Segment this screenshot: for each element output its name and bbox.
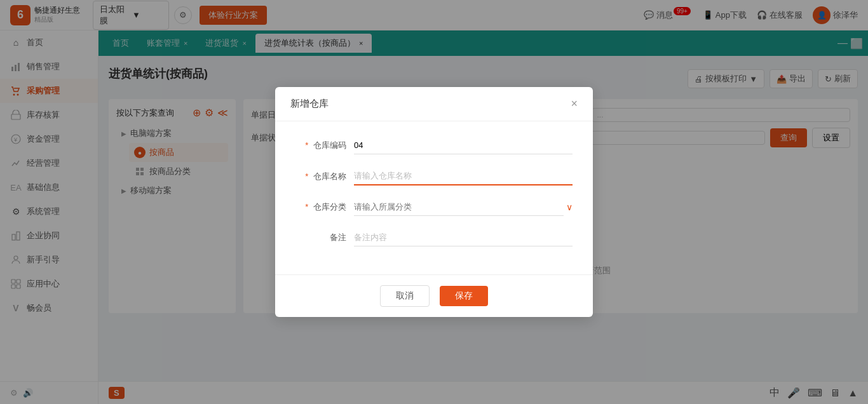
category-input[interactable] [354, 198, 564, 216]
note-input[interactable] [354, 229, 573, 246]
category-label-text: 仓库分类 [313, 202, 346, 212]
form-row-code: * 仓库编码 [295, 137, 573, 154]
modal-title: 新增仓库 [290, 98, 329, 110]
name-input[interactable] [354, 167, 573, 185]
name-label-text: 仓库名称 [313, 172, 346, 181]
form-row-category: * 仓库分类 ∨ [295, 198, 573, 216]
category-label: * 仓库分类 [295, 201, 346, 213]
modal-footer: 取消 保存 [275, 274, 593, 317]
required-star-cat: * [305, 202, 308, 212]
add-warehouse-modal: 新增仓库 × * 仓库编码 * 仓库名称 * [275, 87, 593, 317]
code-input[interactable] [354, 137, 573, 154]
category-dropdown-icon[interactable]: ∨ [566, 202, 573, 212]
required-star: * [305, 140, 308, 150]
note-label-text: 备注 [330, 232, 346, 242]
modal-body: * 仓库编码 * 仓库名称 * 仓库分类 ∨ [275, 121, 593, 274]
code-label: * 仓库编码 [295, 140, 346, 151]
required-star-name: * [305, 172, 308, 181]
save-button[interactable]: 保存 [440, 286, 488, 306]
form-row-note: 备注 [295, 229, 573, 246]
cancel-button[interactable]: 取消 [380, 285, 430, 307]
modal-close-icon[interactable]: × [571, 97, 578, 111]
modal-overlay[interactable]: 新增仓库 × * 仓库编码 * 仓库名称 * [0, 0, 868, 404]
name-label: * 仓库名称 [295, 171, 346, 182]
category-select-row: ∨ [354, 198, 573, 216]
modal-header: 新增仓库 × [275, 87, 593, 121]
form-row-name: * 仓库名称 [295, 167, 573, 185]
note-label: 备注 [295, 232, 346, 243]
code-label-text: 仓库编码 [313, 140, 346, 150]
